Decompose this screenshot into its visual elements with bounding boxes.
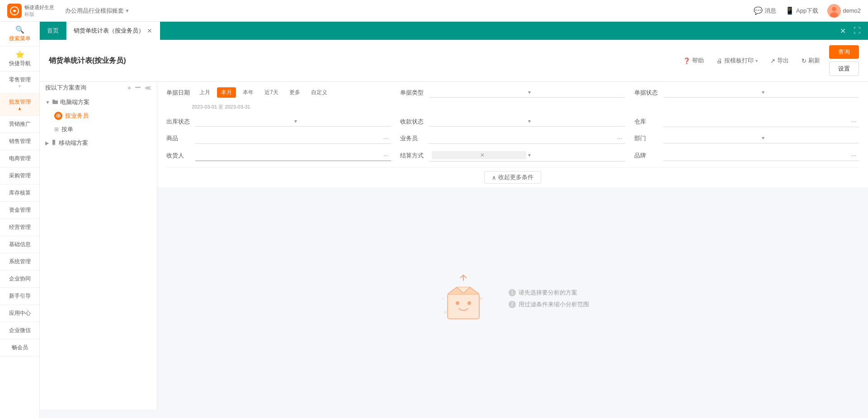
date-btn-custom[interactable]: 自定义 bbox=[307, 87, 331, 98]
sidebar-item-inventory[interactable]: 库存核算 bbox=[0, 185, 39, 202]
sidebar-item-member[interactable]: 畅会员 bbox=[0, 339, 39, 356]
doctype-label: 单据类型 bbox=[400, 89, 425, 97]
sidebar-item-appstore[interactable]: 应用中心 bbox=[0, 305, 39, 322]
mobile-folder-icon bbox=[51, 139, 57, 147]
help-btn[interactable]: ❓ 帮助 bbox=[679, 55, 708, 66]
tree-parent-pc[interactable]: ▼ 电脑端方案 bbox=[40, 95, 157, 109]
tab-home[interactable]: 首页 bbox=[40, 22, 66, 40]
tab-sales-stat[interactable]: 销货单统计表（按业务员） ✕ bbox=[66, 22, 160, 40]
product-input[interactable]: ··· bbox=[195, 133, 391, 144]
sidebar-item-retail[interactable]: 零售管理 ▼ bbox=[0, 71, 39, 94]
receiver-input[interactable]: ··· bbox=[195, 150, 391, 161]
date-btn-more[interactable]: 更多 bbox=[285, 87, 304, 98]
staff-more-icon[interactable]: ··· bbox=[617, 134, 623, 142]
query-btn[interactable]: 查询 bbox=[829, 45, 859, 59]
docstatus-dropdown[interactable]: ▾ bbox=[663, 87, 859, 98]
department-dropdown[interactable]: ▾ bbox=[663, 133, 859, 143]
export-btn[interactable]: ↗ 导出 bbox=[767, 55, 793, 66]
receiptstatus-label: 收款状态 bbox=[400, 118, 425, 126]
svg-rect-7 bbox=[52, 100, 58, 104]
collapse-btn[interactable]: ∧ 收起更多条件 bbox=[484, 171, 541, 184]
sidebar-item-ecommerce[interactable]: 电商管理 bbox=[0, 150, 39, 167]
product-text-input[interactable] bbox=[198, 135, 382, 142]
template-print-btn[interactable]: 🖨 按模板打印 ▾ bbox=[713, 55, 761, 66]
tabs-bar: 首页 销货单统计表（按业务员） ✕ ✕ ⛶ bbox=[40, 22, 868, 40]
empty-illustration bbox=[436, 271, 491, 326]
sidebar-item-system[interactable]: 系统管理 bbox=[0, 253, 39, 271]
sidebar-item-procurement[interactable]: 采购管理 bbox=[0, 167, 39, 185]
print-icon: 🖨 bbox=[717, 57, 722, 64]
staff-input[interactable]: ··· bbox=[429, 133, 625, 144]
warehouse-text-input[interactable] bbox=[666, 118, 849, 125]
page-content: 销货单统计表(按业务员) ❓ 帮助 🖨 按模板打印 ▾ ↗ 导出 bbox=[40, 40, 868, 418]
settlement-label: 结算方式 bbox=[400, 152, 425, 160]
tree-collapsed-icon: ▶ bbox=[45, 140, 49, 146]
warehouse-input[interactable]: ··· bbox=[663, 116, 859, 127]
date-btn-last-month[interactable]: 上月 bbox=[195, 87, 214, 98]
brand-more-icon[interactable]: ··· bbox=[851, 152, 856, 159]
date-btn-7days[interactable]: 近7天 bbox=[260, 87, 283, 98]
receiver-text-input[interactable] bbox=[198, 152, 382, 159]
filter-row-2: 出库状态 ▾ 收款状态 ▾ bbox=[166, 116, 859, 127]
export-icon: ↗ bbox=[770, 57, 775, 64]
query-btn-area: 查询 设置 bbox=[829, 45, 859, 76]
empty-hints: 1 请先选择要分析的方案 2 用过滤条件来缩小分析范围 bbox=[509, 289, 589, 309]
svg-point-17 bbox=[480, 297, 483, 300]
user-avatar-area[interactable]: demo2 bbox=[827, 4, 861, 18]
product-more-icon[interactable]: ··· bbox=[383, 134, 389, 142]
sidebar-item-finance[interactable]: 资金管理 bbox=[0, 202, 39, 219]
sidebar-item-quick-nav[interactable]: ⭐ 快捷导航 bbox=[0, 47, 39, 71]
product-label: 商品 bbox=[166, 134, 192, 142]
add-scheme-btn[interactable]: + bbox=[127, 84, 131, 91]
outstatus-dropdown[interactable]: ▾ bbox=[195, 116, 391, 127]
settings-btn[interactable]: 设置 bbox=[829, 62, 859, 76]
logo-icon bbox=[7, 4, 22, 18]
header-title[interactable]: 办公用品行业模拟账套 ▾ bbox=[65, 7, 129, 15]
tab-close-window-btn[interactable]: ✕ bbox=[837, 25, 848, 36]
brand-text-input[interactable] bbox=[666, 152, 849, 159]
date-btn-this-year[interactable]: 本年 bbox=[239, 87, 258, 98]
left-panel-actions: + ≪ bbox=[127, 84, 151, 92]
sidebar-item-search-menu[interactable]: 🔍 搜索菜单 bbox=[0, 22, 39, 47]
tree-item-by-staff[interactable]: 按业务员 bbox=[40, 109, 157, 123]
message-btn[interactable]: 💬 消息 bbox=[754, 6, 776, 15]
left-panel-header: 按以下方案查询 + ≪ bbox=[40, 82, 157, 95]
filter-outstatus-field: 出库状态 ▾ bbox=[166, 116, 391, 127]
settlement-dropdown[interactable]: ✕ ▾ bbox=[429, 149, 625, 162]
sidebar-item-basics[interactable]: 基础信息 bbox=[0, 236, 39, 253]
tree-parent-mobile[interactable]: ▶ 移动端方案 bbox=[40, 136, 157, 150]
tab-close-icon[interactable]: ✕ bbox=[147, 28, 152, 34]
sidebar-item-enterprise[interactable]: 企业协同 bbox=[0, 271, 39, 288]
warehouse-more-icon[interactable]: ··· bbox=[851, 118, 856, 125]
collapse-panel-btn[interactable]: ≪ bbox=[145, 84, 151, 91]
settlement-tag-close-icon[interactable]: ✕ bbox=[480, 152, 524, 158]
sidebar-item-wholesale[interactable]: 批发管理 ▲ bbox=[0, 94, 39, 116]
sidebar-item-sales[interactable]: 销售管理 bbox=[0, 133, 39, 150]
filter-docstatus-field: 单据状态 ▾ bbox=[634, 87, 859, 98]
svg-point-4 bbox=[136, 86, 137, 88]
message-icon: 💬 bbox=[754, 6, 763, 15]
date-label: 单据日期 bbox=[166, 89, 192, 97]
page-header: 销货单统计表(按业务员) ❓ 帮助 🖨 按模板打印 ▾ ↗ 导出 bbox=[40, 40, 868, 82]
receiptstatus-down-arrow-icon: ▾ bbox=[528, 118, 623, 124]
tree-item-by-order[interactable]: ⊞ 按单 bbox=[40, 123, 157, 136]
sidebar: 🔍 搜索菜单 ⭐ 快捷导航 零售管理 ▼ 批发管理 ▲ 营销推广 销售管理 电商… bbox=[0, 22, 40, 418]
brand-input[interactable]: ··· bbox=[663, 150, 859, 161]
refresh-btn[interactable]: ↻ 刷新 bbox=[798, 55, 824, 66]
svg-point-10 bbox=[57, 115, 59, 117]
staff-text-input[interactable] bbox=[432, 135, 615, 142]
receiptstatus-dropdown[interactable]: ▾ bbox=[429, 116, 625, 127]
tree-expand-icon: ▼ bbox=[45, 100, 50, 105]
receiver-label: 收货人 bbox=[166, 152, 192, 160]
receiver-more-icon[interactable]: ··· bbox=[383, 152, 389, 159]
sidebar-item-marketing[interactable]: 营销推广 bbox=[0, 116, 39, 133]
sidebar-item-wechat[interactable]: 企业微信 bbox=[0, 322, 39, 339]
doctype-dropdown[interactable]: ▾ bbox=[429, 87, 625, 98]
date-btn-this-month[interactable]: 本月 bbox=[217, 87, 236, 98]
tree-panel: 按以下方案查询 + ≪ bbox=[40, 82, 157, 409]
edit-scheme-btn[interactable] bbox=[135, 84, 141, 92]
sidebar-item-newbie[interactable]: 新手引导 bbox=[0, 288, 39, 305]
tab-maximize-btn[interactable]: ⛶ bbox=[852, 25, 863, 36]
app-download-btn[interactable]: 📱 App下载 bbox=[785, 6, 818, 15]
sidebar-item-operations[interactable]: 经营管理 bbox=[0, 219, 39, 236]
